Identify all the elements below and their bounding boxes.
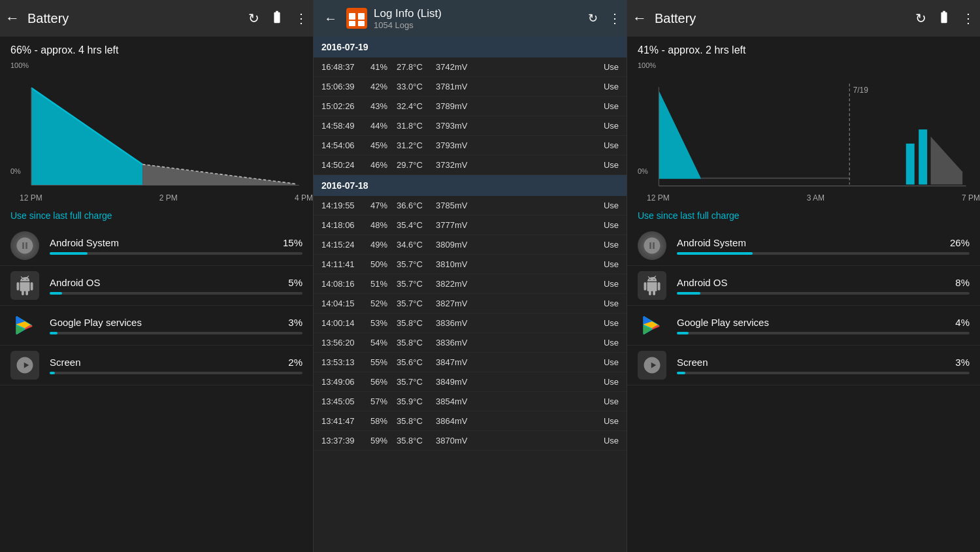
log-item-6[interactable]: 14:50:2446%29.7°C3732mVUse	[314, 155, 627, 175]
left-battery-panel: ← Battery ↻ ⋮ 66% - approx. 4 hrs left 1…	[0, 0, 314, 552]
log-item-15[interactable]: 13:53:1355%35.6°C3847mVUse	[314, 353, 627, 372]
right-refresh-button[interactable]: ↻	[915, 10, 926, 26]
svg-marker-16	[931, 137, 963, 184]
log-date-2016-07-18: 2016-07-18	[314, 175, 627, 196]
log-item-8[interactable]: 14:18:0648%35.4°C3777mVUse	[314, 216, 627, 235]
right-screen-info: Screen 3%	[677, 357, 970, 374]
center-back-button[interactable]: ←	[319, 7, 342, 30]
android-os-name: Android OS	[50, 277, 101, 288]
log-item-12[interactable]: 14:04:1552%35.7°C3827mVUse	[314, 294, 627, 314]
log-item-5[interactable]: 14:54:0645%31.2°C3793mVUse	[314, 136, 627, 155]
svg-marker-0	[31, 88, 142, 186]
svg-rect-14	[906, 144, 915, 185]
screen-bar-fill	[50, 372, 55, 374]
log-item-14[interactable]: 13:56:2054%35.8°C3836mVUse	[314, 333, 627, 353]
right-android-os-icon	[638, 271, 666, 300]
right-android-os-bar-fill	[677, 292, 700, 295]
center-more-button[interactable]: ⋮	[608, 10, 621, 26]
log-item-3[interactable]: 15:02:2643%32.4°C3789mVUse	[314, 97, 627, 116]
right-app-android-system[interactable]: Android System 26%	[627, 226, 980, 266]
svg-rect-8	[349, 21, 355, 26]
left-toolbar: ← Battery ↻ ⋮	[0, 0, 313, 37]
google-play-name: Google Play services	[50, 317, 142, 328]
more-button[interactable]: ⋮	[295, 10, 308, 26]
log-item-18[interactable]: 13:41:4758%35.8°C3864mVUse	[314, 412, 627, 431]
back-button[interactable]: ←	[5, 10, 20, 27]
android-system-icon	[10, 231, 39, 260]
svg-rect-9	[358, 21, 365, 26]
svg-marker-1	[142, 165, 295, 186]
google-play-bar-fill	[50, 332, 57, 334]
android-os-info: Android OS 5%	[50, 277, 302, 295]
right-chart-svg: 7/19	[638, 71, 970, 203]
left-app-screen[interactable]: Screen 2%	[0, 346, 313, 385]
log-item-1[interactable]: 16:48:3741%27.8°C3742mVUse	[314, 57, 627, 77]
right-google-play-bar-bg	[677, 332, 970, 334]
right-android-system-icon	[638, 231, 666, 260]
right-screen-percent: 3%	[955, 357, 970, 368]
google-play-icon	[10, 311, 39, 340]
log-item-4[interactable]: 14:58:4944%31.8°C3793mVUse	[314, 116, 627, 136]
right-android-os-percent: 8%	[955, 277, 970, 288]
left-chart-0: 0%	[10, 167, 21, 175]
google-play-bar-bg	[50, 332, 302, 334]
log-item-7[interactable]: 14:19:5547%36.6°C3785mVUse	[314, 196, 627, 216]
right-chart-area: 100% 7/19 0%	[627, 59, 980, 196]
right-android-system-name: Android System	[677, 237, 746, 248]
right-app-google-play[interactable]: Google Play services 4%	[627, 306, 980, 346]
screen-name: Screen	[50, 357, 81, 368]
center-subtitle: 1054 Logs	[374, 20, 578, 30]
right-android-system-percent: 26%	[950, 237, 970, 248]
right-chart-100: 100%	[638, 61, 656, 69]
android-os-icon	[10, 271, 39, 300]
screen-percent: 2%	[288, 357, 302, 368]
right-title: Battery	[655, 11, 905, 26]
svg-rect-6	[349, 13, 355, 20]
screen-bar-bg	[50, 372, 302, 374]
log-item-9[interactable]: 14:15:2449%34.6°C3809mVUse	[314, 235, 627, 255]
android-os-bar-bg	[50, 292, 302, 295]
right-app-list: Android System 26% Android OS 8%	[627, 226, 980, 385]
log-item-17[interactable]: 13:45:0557%35.9°C3854mVUse	[314, 392, 627, 412]
left-app-android-system[interactable]: Android System 15%	[0, 226, 313, 266]
right-chart-0: 0%	[638, 167, 648, 175]
right-screen-bar-bg	[677, 372, 970, 374]
right-screen-icon	[638, 351, 666, 380]
center-refresh-button[interactable]: ↻	[588, 11, 598, 25]
log-item-19[interactable]: 13:37:3959%35.8°C3870mVUse	[314, 431, 627, 451]
android-os-bar-fill	[50, 292, 62, 295]
log-item-2[interactable]: 15:06:3942%33.0°C3781mVUse	[314, 77, 627, 97]
android-system-info: Android System 15%	[50, 237, 302, 255]
right-google-play-info: Google Play services 4%	[677, 317, 970, 334]
right-android-os-bar-bg	[677, 292, 970, 295]
refresh-button[interactable]: ↻	[248, 10, 259, 26]
right-more-button[interactable]: ⋮	[962, 10, 975, 26]
log-item-13[interactable]: 14:00:1453%35.8°C3836mVUse	[314, 314, 627, 333]
left-chart-100: 100%	[10, 61, 29, 69]
center-toolbar: ← Log Info (List) 1054 Logs ↻ ⋮	[314, 0, 627, 37]
log-date-2016-07-19: 2016-07-19	[314, 37, 627, 57]
center-title-block: Log Info (List) 1054 Logs	[374, 7, 578, 30]
log-item-16[interactable]: 13:49:0656%35.7°C3849mVUse	[314, 372, 627, 392]
android-system-bar-fill	[50, 252, 88, 255]
right-android-os-info: Android OS 8%	[677, 277, 970, 295]
left-app-android-os[interactable]: Android OS 5%	[0, 266, 313, 306]
right-app-screen[interactable]: Screen 3%	[627, 346, 980, 385]
right-google-play-icon	[638, 311, 666, 340]
right-google-play-percent: 4%	[955, 317, 970, 328]
right-battery-panel: ← Battery ↻ ⋮ 41% - approx. 2 hrs left 1…	[627, 0, 980, 552]
log-item-11[interactable]: 14:08:1651%35.7°C3822mVUse	[314, 274, 627, 294]
right-google-play-name: Google Play services	[677, 317, 769, 328]
svg-marker-11	[701, 178, 849, 179]
left-app-list: Android System 15% Android OS 5%	[0, 226, 313, 385]
log-list[interactable]: 2016-07-19 16:48:3741%27.8°C3742mVUse 15…	[314, 37, 627, 552]
left-app-google-play[interactable]: Google Play services 3%	[0, 306, 313, 346]
google-play-info: Google Play services 3%	[50, 317, 302, 334]
screen-icon	[10, 351, 39, 380]
right-back-button[interactable]: ←	[632, 10, 647, 27]
google-play-percent: 3%	[288, 317, 302, 328]
log-item-10[interactable]: 14:11:4150%35.7°C3810mVUse	[314, 255, 627, 274]
center-log-panel: ← Log Info (List) 1054 Logs ↻ ⋮ 2016-07-…	[314, 0, 627, 552]
right-app-android-os[interactable]: Android OS 8%	[627, 266, 980, 306]
right-android-os-name: Android OS	[677, 277, 728, 288]
